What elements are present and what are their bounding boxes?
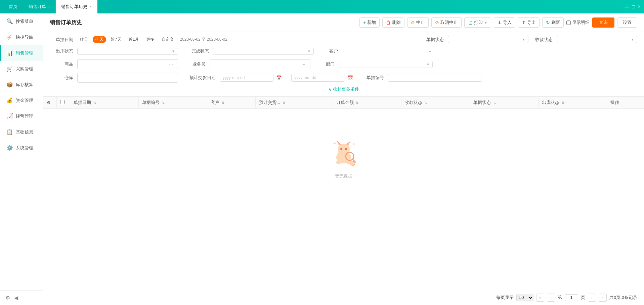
query-button[interactable]: 查询 xyxy=(592,17,614,28)
export-button[interactable]: ⬆ 导出 xyxy=(518,17,540,28)
sidebar-item-finance[interactable]: 💰 资金管理 xyxy=(0,92,43,108)
filter-label-goods: 商品 xyxy=(50,61,73,67)
svg-point-11 xyxy=(346,161,351,164)
delivery-status-sort-icon: ⇅ xyxy=(562,101,564,105)
date-tag-1month[interactable]: 近1月 xyxy=(126,36,142,43)
next-page-button[interactable]: › xyxy=(588,294,596,302)
sidebar-settings-icon[interactable]: ⚙ xyxy=(5,295,10,301)
filter-label-department: 部门 xyxy=(321,61,335,67)
last-page-button[interactable]: » xyxy=(599,294,607,302)
customer-dots[interactable]: ··· xyxy=(425,48,433,54)
delivery-date-start-calendar[interactable]: 📅 xyxy=(276,75,282,80)
tab-sales-order-history[interactable]: 销售订单历史 × xyxy=(56,0,97,13)
date-tag-today[interactable]: 今天 xyxy=(93,36,106,43)
th-payment-status[interactable]: 收款状态 ⇅ xyxy=(401,97,470,109)
quick-nav-icon: ⚡ xyxy=(6,34,13,40)
tab-sales-order-history-close[interactable]: × xyxy=(89,5,91,9)
export-label: 导出 xyxy=(527,20,536,26)
sidebar-collapse-icon[interactable]: ◀ xyxy=(14,295,18,301)
refresh-button[interactable]: ↻ 刷新 xyxy=(542,17,564,28)
date-tag-custom[interactable]: 自定义 xyxy=(159,36,176,43)
salesperson-dots[interactable]: ··· xyxy=(299,61,307,68)
minimize-button[interactable]: — xyxy=(625,4,629,9)
goods-dots[interactable]: ··· xyxy=(167,61,175,68)
restore-button[interactable]: □ xyxy=(632,4,635,9)
sidebar-item-purchase[interactable]: 🛒 采购管理 xyxy=(0,61,43,77)
tab-home-label: 首页 xyxy=(9,4,17,10)
filter-delivery-status-select[interactable]: ▼ xyxy=(77,48,178,55)
import-button[interactable]: ⬇ 导入 xyxy=(494,17,515,28)
window-controls: — □ × xyxy=(625,4,641,10)
cancel-stop-button[interactable]: ⊘ 取消中止 xyxy=(431,17,462,28)
sidebar-item-purchase-label: 采购管理 xyxy=(16,66,33,72)
delivery-date-dash: — xyxy=(283,75,290,80)
th-settings[interactable]: ⚙ xyxy=(43,97,57,109)
print-button[interactable]: 🖨 打印 ▼ xyxy=(464,17,491,28)
date-tag-yesterday[interactable]: 昨天 xyxy=(77,36,91,43)
filter-department-select[interactable]: ▼ xyxy=(339,61,433,68)
filter-customer-select[interactable]: ··· xyxy=(342,46,436,56)
th-delivery-status-label: 出库状态 xyxy=(542,100,559,105)
th-check[interactable] xyxy=(57,97,70,109)
collapse-row[interactable]: ∧ 收起更多条件 xyxy=(50,86,637,92)
page-num-input[interactable] xyxy=(565,294,578,301)
sidebar-item-quick-nav[interactable]: ⚡ 快捷导航 xyxy=(0,29,43,45)
tab-sales-order-close[interactable]: × xyxy=(48,5,50,9)
delivery-date-start[interactable] xyxy=(220,74,273,82)
sidebar-item-inventory[interactable]: 📦 库存核算 xyxy=(0,77,43,92)
sidebar-item-sales[interactable]: 📊 销售管理 xyxy=(0,45,43,61)
page-size-select[interactable]: 50 20 100 xyxy=(516,294,533,301)
th-delivery-status[interactable]: 出库状态 ⇅ xyxy=(539,97,607,109)
order-number-input[interactable] xyxy=(388,74,482,82)
settings-button[interactable]: 设置 xyxy=(617,17,637,28)
sidebar-item-basic-info[interactable]: 📋 基础信息 xyxy=(0,124,43,140)
svg-point-7 xyxy=(345,148,347,150)
table-settings-icon[interactable]: ⚙ xyxy=(47,100,51,105)
date-tag-7days[interactable]: 近7天 xyxy=(108,36,124,43)
warehouse-dots[interactable]: ··· xyxy=(167,74,175,81)
select-all-checkbox[interactable] xyxy=(60,100,65,104)
finance-icon: 💰 xyxy=(6,97,13,104)
date-tag-more[interactable]: 更多 xyxy=(143,36,157,43)
basic-info-icon: 📋 xyxy=(6,129,13,135)
delivery-date-end[interactable] xyxy=(291,74,345,82)
import-label: 导入 xyxy=(503,20,512,26)
th-customer[interactable]: 客户 ⇅ xyxy=(207,97,256,109)
tab-home[interactable]: 首页 xyxy=(3,0,23,13)
filter-complete-status-select[interactable]: ▼ xyxy=(213,48,314,55)
cancel-stop-icon: ⊘ xyxy=(435,20,439,25)
new-icon: + xyxy=(363,20,366,25)
delete-button[interactable]: 🗑 删除 xyxy=(382,17,404,28)
close-button[interactable]: × xyxy=(638,4,641,10)
th-number[interactable]: 单据编号 ⇅ xyxy=(139,97,207,109)
tab-sales-order[interactable]: 销售订单 × xyxy=(23,0,56,13)
first-page-button[interactable]: « xyxy=(536,294,544,302)
toolbar: + 新增 🗑 删除 ⊘ 中止 ⊘ 取消中止 🖨 打印 xyxy=(359,17,637,28)
th-delivery-date[interactable]: 预计交货... ⇅ xyxy=(256,97,333,109)
empty-state: ✦ ✦ 暂无数据 xyxy=(43,109,644,206)
th-amount[interactable]: 订单金额 ⇅ xyxy=(333,97,401,109)
filter-order-status-select[interactable]: ▼ xyxy=(448,36,528,43)
sidebar-item-search[interactable]: 🔍 搜索菜单 xyxy=(0,13,43,29)
delivery-date-end-calendar[interactable]: 📅 xyxy=(348,75,353,80)
filter-salesperson-input[interactable]: ··· xyxy=(210,59,310,69)
th-date[interactable]: 单据日期 ⇅ xyxy=(70,97,139,109)
filter-payment-status-select[interactable]: ▼ xyxy=(557,36,637,43)
new-button[interactable]: + 新增 xyxy=(359,17,380,28)
sidebar-item-system[interactable]: ⚙️ 系统管理 xyxy=(0,140,43,156)
sidebar-item-system-label: 系统管理 xyxy=(16,145,33,151)
collapse-label: 收起更多条件 xyxy=(333,86,359,92)
prev-page-button[interactable]: ‹ xyxy=(547,294,555,302)
th-order-status[interactable]: 单据状态 ⇅ xyxy=(470,97,538,109)
sidebar-item-operations[interactable]: 📈 经营管理 xyxy=(0,108,43,124)
display-toggle-checkbox[interactable] xyxy=(566,21,571,25)
filter-area: 单据日期 昨天 今天 近7天 近1月 更多 自定义 2023-06-02 至 2… xyxy=(43,32,644,97)
filter-label-delivery-status: 出库状态 xyxy=(50,48,73,54)
filter-warehouse-input[interactable]: ··· xyxy=(77,73,178,83)
stop-button[interactable]: ⊘ 中止 xyxy=(407,17,429,28)
sidebar-item-quick-nav-label: 快捷导航 xyxy=(16,34,33,40)
th-date-label: 单据日期 xyxy=(74,100,91,105)
filter-goods-input[interactable]: ··· xyxy=(77,59,178,69)
tab-sales-order-label: 销售订单 xyxy=(29,4,46,10)
filter-row-2: 出库状态 ▼ 完成状态 ▼ 客户 ··· xyxy=(50,46,637,56)
